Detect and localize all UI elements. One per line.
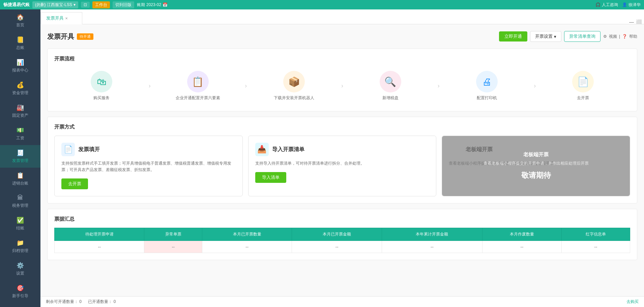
sidebar-item-asset[interactable]: 🏭固定资产: [0, 100, 40, 122]
ledger-icon: 📒: [17, 36, 24, 44]
flow-step-issue: 📄 去开票: [536, 71, 630, 101]
sidebar-label-purchase: 进销台账: [12, 180, 28, 186]
sidebar-item-report[interactable]: 📊报表中心: [0, 55, 40, 77]
sidebar-item-fund[interactable]: 💰资金管理: [0, 77, 40, 100]
flow-section-title: 开票流程: [54, 56, 630, 62]
sidebar-label-reconcile: 结账: [16, 225, 24, 231]
summary-col-1: 异常单票: [144, 228, 202, 241]
flow-steps: 🛍 购买服务 › 📋 企业开通配置开票六要素 › 📦 下载并安装开票机器人 › …: [54, 67, 630, 104]
asset-icon: 🏭: [17, 104, 24, 111]
copy-button[interactable]: ⊡: [81, 2, 90, 8]
calendar-icon[interactable]: 📅: [163, 2, 168, 7]
step-label-download: 下载并安装开票机器人: [274, 95, 314, 101]
settings-label: 开票设置: [535, 33, 553, 39]
step-label-printer: 配置打印机: [477, 95, 497, 101]
remain-value: 0: [79, 299, 82, 304]
sidebar-item-home[interactable]: 🏠首页: [0, 9, 40, 32]
sidebar-item-purchase[interactable]: 📋进销台账: [0, 168, 40, 190]
flow-step-download: 📦 下载并安装开票机器人: [247, 71, 341, 101]
reconcile-icon: ✅: [17, 217, 24, 224]
period-label: 账期: [137, 2, 145, 8]
company-name: (勿删) 江西服宝-LSS: [35, 2, 72, 8]
sidebar-item-reconcile[interactable]: ✅结账: [0, 213, 40, 235]
bottom-info: 剩余可开通数量： 0 已开通数量： 0: [46, 299, 116, 305]
sidebar-item-ledger[interactable]: 📒总账: [0, 32, 40, 55]
sidebar-item-member[interactable]: 👑畅会员: [0, 303, 40, 307]
settings-icon: ⚙️: [17, 262, 24, 269]
sidebar-item-invoice[interactable]: 🧾发票管理: [0, 145, 40, 168]
overlay-title-boss: 老板端开票: [523, 151, 549, 158]
sidebar-item-archive[interactable]: 📁归档管理: [0, 235, 40, 258]
summary-col-3: 本月已开票金额: [292, 228, 382, 241]
sidebar-label-newbie: 新手引导: [12, 293, 28, 299]
tab-invoice-calc[interactable]: 发票测算✕: [40, 9, 82, 12]
open-settings-button[interactable]: 开票设置 ▾: [530, 31, 561, 42]
summary-cell-3: --: [292, 241, 382, 253]
top-bar-right: 🎧 人工咨询 👤 徐泽华: [595, 2, 641, 8]
app-logo: 畅捷通易代账: [3, 2, 30, 8]
page-header: 发票开具 待开通 立即开通 开票设置 ▾ 异常清单查询 ⚙ 视频 | ❓: [47, 31, 637, 42]
bottom-bar: 剩余可开通数量： 0 已开通数量： 0 去购买: [40, 296, 644, 307]
consult-area[interactable]: 🎧 人工咨询: [595, 2, 618, 8]
purchase-icon: 📋: [17, 172, 24, 179]
user-area[interactable]: 👤 徐泽华: [622, 2, 641, 8]
sidebar-label-report: 报表中心: [12, 67, 28, 73]
method-icon-import: 📥: [255, 143, 269, 156]
header-right-info: ⚙ 视频 | ❓ 帮助: [603, 34, 637, 39]
step-icon-issue: 📄: [572, 71, 594, 92]
company-selector[interactable]: (勿删) 江西服宝-LSS ▾: [32, 1, 78, 8]
step-label-taxdisk: 新增税盘: [382, 95, 399, 101]
sidebar-label-salary: 工资: [16, 135, 24, 141]
step-icon-printer: 🖨: [476, 71, 498, 92]
window-controls: — ⬜: [629, 19, 644, 24]
methods-section: 开票方式 📄 发票填开 支持按照发票样式手工填开发票；可开具增值税电子普通发票、…: [47, 117, 637, 203]
flow-step-configure: 📋 企业开通配置开票六要素: [151, 71, 245, 101]
sidebar-item-tax[interactable]: 🏛税务管理: [0, 190, 40, 213]
abnormal-query-button[interactable]: 异常清单查询: [564, 31, 601, 42]
page-title: 发票开具: [47, 32, 74, 41]
consult-label: 人工咨询: [602, 2, 618, 8]
immediate-open-button[interactable]: 立即开通: [499, 31, 527, 41]
video-label: 视频: [609, 34, 617, 39]
remain-label: 剩余可开通数量：: [46, 299, 78, 304]
settings-icon: ⚙: [603, 34, 607, 39]
switch-old-button[interactable]: 切到旧版: [113, 1, 134, 8]
flow-step-taxdisk: 🔍 新增税盘: [343, 71, 438, 101]
methods-section-title: 开票方式: [54, 124, 630, 130]
salary-icon: 💵: [17, 127, 24, 134]
step-icon-download: 📦: [283, 71, 305, 92]
sidebar-label-invoice: 发票管理: [12, 158, 28, 164]
maximize-button[interactable]: ⬜: [636, 19, 641, 24]
step-label-configure: 企业开通配置开票六要素: [176, 95, 220, 101]
summary-cell-0: --: [55, 241, 144, 253]
help-label: 帮助: [629, 34, 637, 39]
buy-link[interactable]: 去购买: [626, 299, 639, 305]
step-label-buy: 购买服务: [93, 95, 110, 101]
sidebar-item-newbie[interactable]: 🎯新手引导: [0, 280, 40, 303]
fund-icon: 💰: [17, 81, 24, 89]
minimize-button[interactable]: —: [629, 19, 634, 24]
tab-bar: 首页工资表✕工资统计报表✕发票✕发票测算✕发票开具✕ — ⬜: [40, 9, 644, 24]
summary-col-4: 本年累计开票金额: [382, 228, 482, 241]
sidebar-label-tax: 税务管理: [12, 203, 28, 208]
method-title-import: 导入开票清单: [272, 146, 304, 153]
report-icon: 📊: [17, 59, 24, 66]
page-content: 发票开具 待开通 立即开通 开票设置 ▾ 异常清单查询 ⚙ 视频 | ❓: [40, 24, 644, 296]
tab-close-invoice-open[interactable]: ✕: [65, 17, 68, 20]
method-btn-manual[interactable]: 去开票: [61, 178, 88, 189]
archive-icon: 📁: [17, 239, 24, 247]
step-icon-buy: 🛍: [91, 71, 112, 92]
sidebar-item-settings[interactable]: ⚙️设置: [0, 258, 40, 280]
tab-label-invoice-open: 发票开具: [46, 15, 64, 21]
workbench-button[interactable]: 工作台: [92, 1, 110, 8]
period-info: 账期 2023-02 📅: [137, 2, 168, 8]
sidebar-label-asset: 固定资产: [12, 113, 28, 118]
content-area: 首页工资表✕工资统计报表✕发票✕发票测算✕发票开具✕ — ⬜ 发票开具 待开通 …: [40, 9, 644, 307]
top-bar: 畅捷通易代账 (勿删) 江西服宝-LSS ▾ ⊡ 工作台 切到旧版 账期 202…: [0, 0, 644, 9]
user-name: 徐泽华: [628, 2, 641, 8]
method-btn-import[interactable]: 导入清单: [255, 172, 286, 183]
sidebar-item-salary[interactable]: 💵工资: [0, 122, 40, 145]
tab-invoice-open[interactable]: 发票开具✕: [40, 12, 82, 24]
opened-label: 已开通数量：: [88, 299, 112, 304]
sidebar-label-ledger: 总账: [16, 45, 24, 51]
